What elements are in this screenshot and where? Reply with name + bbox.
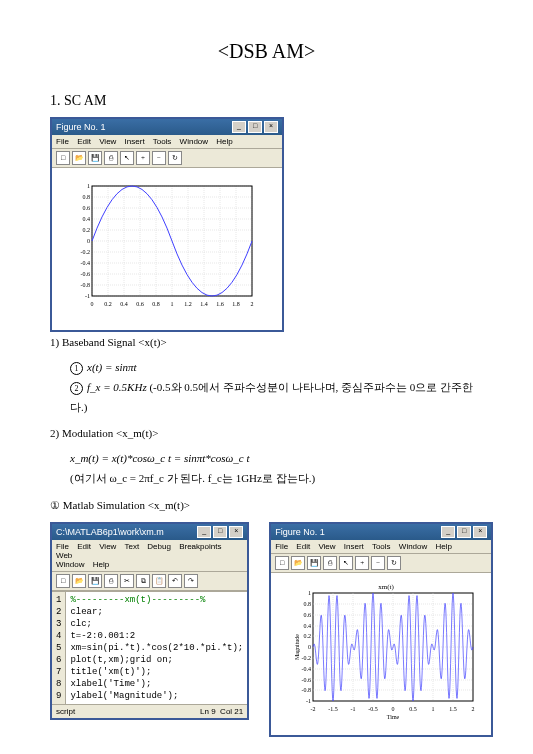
zoom-out-icon[interactable]: −	[152, 151, 166, 165]
minimize-button[interactable]: _	[232, 121, 246, 133]
menu-tools[interactable]: Tools	[153, 137, 172, 146]
menu-insert[interactable]: Insert	[125, 137, 145, 146]
editor-menu-debug[interactable]: Debug	[147, 542, 171, 551]
figure-2-toolbar: □ 📂 💾 ⎙ ↖ + − ↻	[271, 554, 491, 573]
code-line: clc;	[70, 618, 243, 630]
eq-xm-note: (여기서 ω_c = 2πf_c 가 된다. f_c는 1GHz로 잡는다.)	[70, 469, 483, 489]
figure-1-titlebar: Figure No. 1 _ □ ×	[52, 119, 282, 135]
f2-zoom-out-icon[interactable]: −	[371, 556, 385, 570]
editor-window: C:\MATLAB6p1\work\xm.m _ □ × File Edit V…	[50, 522, 249, 720]
eq-xm: x_m(t) = x(t)*cosω_c t = sinπt*cosω_c t	[70, 449, 483, 469]
editor-menu-window[interactable]: Window	[56, 560, 84, 569]
f2-menu-tools[interactable]: Tools	[372, 542, 391, 551]
editor-menu-web[interactable]: Web	[56, 551, 72, 560]
status-col: Col 21	[220, 707, 243, 716]
plot-title: xm(t)	[378, 583, 394, 591]
open-icon[interactable]: 📂	[72, 151, 86, 165]
zoom-in-icon[interactable]: +	[136, 151, 150, 165]
f2-zoom-in-icon[interactable]: +	[355, 556, 369, 570]
svg-text:0.2: 0.2	[104, 301, 112, 307]
editor-menu-text[interactable]: Text	[124, 542, 139, 551]
svg-text:-1.5: -1.5	[328, 706, 338, 712]
f2-menu-edit[interactable]: Edit	[296, 542, 310, 551]
f2-menu-insert[interactable]: Insert	[344, 542, 364, 551]
editor-redo-icon[interactable]: ↷	[184, 574, 198, 588]
editor-gutter: 12 34 56 78 9	[52, 592, 66, 704]
svg-text:0.5: 0.5	[409, 706, 417, 712]
figure-1-window: Figure No. 1 _ □ × File Edit View Insert…	[50, 117, 284, 332]
svg-text:-0.8: -0.8	[302, 687, 312, 693]
f2-menu-file[interactable]: File	[275, 542, 288, 551]
f2-open-icon[interactable]: 📂	[291, 556, 305, 570]
svg-text:-1: -1	[351, 706, 356, 712]
editor-print-icon[interactable]: ⎙	[104, 574, 118, 588]
svg-text:0: 0	[308, 644, 311, 650]
menu-file[interactable]: File	[56, 137, 69, 146]
f2-menu-help[interactable]: Help	[436, 542, 452, 551]
f2-print-icon[interactable]: ⎙	[323, 556, 337, 570]
svg-text:1: 1	[432, 706, 435, 712]
figure-2-close-button[interactable]: ×	[473, 526, 487, 538]
editor-maximize-button[interactable]: □	[213, 526, 227, 538]
svg-text:2: 2	[472, 706, 475, 712]
rotate-icon[interactable]: ↻	[168, 151, 182, 165]
arrow-icon[interactable]: ↖	[120, 151, 134, 165]
f2-arrow-icon[interactable]: ↖	[339, 556, 353, 570]
svg-text:0: 0	[392, 706, 395, 712]
figure-1-menubar: File Edit View Insert Tools Window Help	[52, 135, 282, 149]
svg-text:-1: -1	[306, 698, 311, 704]
f2-menu-window[interactable]: Window	[399, 542, 427, 551]
code-line: xm=sin(pi.*t).*cos(2*10.*pi.*t);	[70, 642, 243, 654]
editor-paste-icon[interactable]: 📋	[152, 574, 166, 588]
editor-cut-icon[interactable]: ✂	[120, 574, 134, 588]
editor-body[interactable]: 12 34 56 78 9 %---------xm(t)---------% …	[52, 591, 247, 704]
editor-open-icon[interactable]: 📂	[72, 574, 86, 588]
svg-text:0.2: 0.2	[304, 633, 312, 639]
svg-text:0: 0	[91, 301, 94, 307]
print-icon[interactable]: ⎙	[104, 151, 118, 165]
f2-rotate-icon[interactable]: ↻	[387, 556, 401, 570]
figure-2-plot: xm(t) 10.80.6 0.40.20	[271, 573, 491, 735]
figure-2-maximize-button[interactable]: □	[457, 526, 471, 538]
svg-text:-0.8: -0.8	[81, 282, 91, 288]
svg-text:1.6: 1.6	[216, 301, 224, 307]
menu-window[interactable]: Window	[180, 137, 208, 146]
editor-copy-icon[interactable]: ⧉	[136, 574, 150, 588]
figure-1-title: Figure No. 1	[56, 122, 106, 132]
editor-menu-file[interactable]: File	[56, 542, 69, 551]
editor-save-icon[interactable]: 💾	[88, 574, 102, 588]
f2-save-icon[interactable]: 💾	[307, 556, 321, 570]
svg-text:-0.5: -0.5	[368, 706, 378, 712]
svg-text:1.2: 1.2	[184, 301, 192, 307]
menu-view[interactable]: View	[99, 137, 116, 146]
editor-menu-help[interactable]: Help	[93, 560, 109, 569]
svg-text:-0.4: -0.4	[81, 260, 91, 266]
eq-xt: x(t) = sinπt	[87, 361, 137, 373]
svg-text:0.2: 0.2	[83, 227, 91, 233]
status-mode: script	[56, 707, 75, 716]
svg-text:-0.2: -0.2	[302, 655, 312, 661]
menu-edit[interactable]: Edit	[77, 137, 91, 146]
svg-text:1: 1	[308, 590, 311, 596]
code-line: t=-2:0.001:2	[70, 630, 243, 642]
editor-close-button[interactable]: ×	[229, 526, 243, 538]
maximize-button[interactable]: □	[248, 121, 262, 133]
svg-text:1: 1	[87, 183, 90, 189]
editor-menu-view[interactable]: View	[99, 542, 116, 551]
editor-new-icon[interactable]: □	[56, 574, 70, 588]
editor-undo-icon[interactable]: ↶	[168, 574, 182, 588]
svg-text:1.8: 1.8	[232, 301, 240, 307]
editor-code[interactable]: %---------xm(t)---------% clear; clc; t=…	[66, 592, 247, 704]
save-icon[interactable]: 💾	[88, 151, 102, 165]
menu-help[interactable]: Help	[216, 137, 232, 146]
editor-menu-edit[interactable]: Edit	[77, 542, 91, 551]
new-icon[interactable]: □	[56, 151, 70, 165]
figure-2-minimize-button[interactable]: _	[441, 526, 455, 538]
close-button[interactable]: ×	[264, 121, 278, 133]
editor-menu-breakpoints[interactable]: Breakpoints	[179, 542, 221, 551]
code-line: %---------xm(t)---------%	[70, 594, 243, 606]
f2-menu-view[interactable]: View	[318, 542, 335, 551]
editor-menubar: File Edit View Text Debug Breakpoints We…	[52, 540, 247, 572]
editor-minimize-button[interactable]: _	[197, 526, 211, 538]
f2-new-icon[interactable]: □	[275, 556, 289, 570]
